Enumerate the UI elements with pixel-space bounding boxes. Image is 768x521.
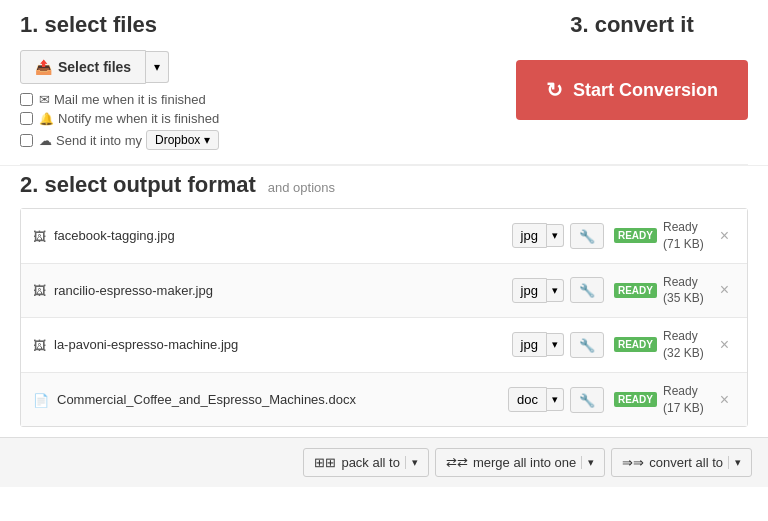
ready-info-2: Ready (32 KB): [663, 328, 704, 362]
mail-checkbox[interactable]: [20, 93, 33, 106]
dropbox-select-button[interactable]: Dropbox ▾: [146, 130, 219, 150]
wrench-icon: [579, 228, 595, 244]
merge-all-button[interactable]: ⇄ merge all into one ▾: [435, 448, 605, 477]
wrench-button-3[interactable]: [570, 387, 604, 413]
bottom-action-bar: ⊞ pack all to ▾ ⇄ merge all into one ▾ ⇒…: [0, 437, 768, 487]
format-dropdown-1[interactable]: ▾: [547, 279, 564, 302]
format-dropdown-2[interactable]: ▾: [547, 333, 564, 356]
wrench-icon: [579, 392, 595, 408]
remove-file-0[interactable]: ×: [714, 225, 735, 247]
convert-all-button[interactable]: ⇒ convert all to ▾: [611, 448, 752, 477]
send-label[interactable]: Send it into my: [56, 133, 142, 148]
chevron-down-icon: ▾: [154, 60, 160, 74]
files-list: facebook-tagging.jpg jpg ▾ READY Ready (…: [20, 208, 748, 427]
format-button-0[interactable]: jpg: [512, 223, 547, 248]
start-conversion-button[interactable]: Start Conversion: [516, 60, 748, 120]
pack-label: pack all to: [341, 455, 400, 470]
ready-status-1: READY: [614, 283, 657, 298]
send-dropbox-row: Send it into my Dropbox ▾: [20, 130, 219, 150]
convert-arrow-icon[interactable]: ▾: [728, 456, 741, 469]
mail-notification-row: Mail me when it is finished: [20, 92, 219, 107]
mail-icon: [39, 92, 50, 107]
file-name: rancilio-espresso-maker.jpg: [54, 283, 512, 298]
image-icon: [33, 336, 46, 354]
format-button-3[interactable]: doc: [508, 387, 547, 412]
ready-status-3: READY: [614, 392, 657, 407]
format-select-3: doc ▾: [508, 387, 564, 412]
ready-info-3: Ready (17 KB): [663, 383, 704, 417]
file-name: la-pavoni-espresso-machine.jpg: [54, 337, 512, 352]
format-select-2: jpg ▾: [512, 332, 564, 357]
mail-label[interactable]: Mail me when it is finished: [54, 92, 206, 107]
format-dropdown-3[interactable]: ▾: [547, 388, 564, 411]
table-row: rancilio-espresso-maker.jpg jpg ▾ READY …: [21, 264, 747, 319]
ready-status-2: READY: [614, 337, 657, 352]
ready-badge-1: READY Ready (35 KB): [614, 274, 704, 308]
ready-badge-3: READY Ready (17 KB): [614, 383, 704, 417]
image-icon: [33, 281, 46, 299]
remove-file-2[interactable]: ×: [714, 334, 735, 356]
table-row: facebook-tagging.jpg jpg ▾ READY Ready (…: [21, 209, 747, 264]
file-name: facebook-tagging.jpg: [54, 228, 512, 243]
ready-info-0: Ready (71 KB): [663, 219, 704, 253]
format-dropdown-0[interactable]: ▾: [547, 224, 564, 247]
table-row: Commercial_Coffee_and_Espresso_Machines.…: [21, 373, 747, 427]
select-files-label: Select files: [58, 59, 131, 75]
pack-all-button[interactable]: ⊞ pack all to ▾: [303, 448, 429, 477]
and-options-text: and options: [268, 180, 335, 195]
ready-info-1: Ready (35 KB): [663, 274, 704, 308]
select-files-button[interactable]: 📤 Select files: [20, 50, 146, 84]
file-name: Commercial_Coffee_and_Espresso_Machines.…: [57, 392, 508, 407]
wrench-icon: [579, 282, 595, 298]
ready-status-0: READY: [614, 228, 657, 243]
dropbox-label: Dropbox: [155, 133, 200, 147]
step2-heading: 2. select output format: [20, 172, 256, 197]
convert-icon: ⇒: [622, 455, 644, 470]
merge-label: merge all into one: [473, 455, 576, 470]
notify-notification-row: Notify me when it is finished: [20, 111, 219, 126]
dropbox-arrow-icon: ▾: [204, 133, 210, 147]
upload-icon: 📤: [35, 59, 52, 75]
pack-arrow-icon[interactable]: ▾: [405, 456, 418, 469]
table-row: la-pavoni-espresso-machine.jpg jpg ▾ REA…: [21, 318, 747, 373]
format-select-1: jpg ▾: [512, 278, 564, 303]
format-button-1[interactable]: jpg: [512, 278, 547, 303]
image-icon: [33, 227, 46, 245]
remove-file-1[interactable]: ×: [714, 279, 735, 301]
refresh-icon: [546, 78, 563, 102]
bell-icon: [39, 111, 54, 126]
step1-heading: 1. select files: [20, 12, 219, 38]
step3-heading: 3. convert it: [570, 12, 693, 38]
cloud-icon: [39, 133, 52, 148]
wrench-button-1[interactable]: [570, 277, 604, 303]
ready-badge-2: READY Ready (32 KB): [614, 328, 704, 362]
merge-icon: ⇄: [446, 455, 468, 470]
merge-arrow-icon[interactable]: ▾: [581, 456, 594, 469]
notify-checkbox[interactable]: [20, 112, 33, 125]
select-files-dropdown-button[interactable]: ▾: [146, 51, 169, 83]
format-select-0: jpg ▾: [512, 223, 564, 248]
doc-icon: [33, 391, 49, 409]
pack-icon: ⊞: [314, 455, 336, 470]
send-checkbox[interactable]: [20, 134, 33, 147]
remove-file-3[interactable]: ×: [714, 389, 735, 411]
notify-label[interactable]: Notify me when it is finished: [58, 111, 219, 126]
ready-badge-0: READY Ready (71 KB): [614, 219, 704, 253]
wrench-icon: [579, 337, 595, 353]
wrench-button-0[interactable]: [570, 223, 604, 249]
wrench-button-2[interactable]: [570, 332, 604, 358]
start-conversion-label: Start Conversion: [573, 80, 718, 101]
convert-label: convert all to: [649, 455, 723, 470]
format-button-2[interactable]: jpg: [512, 332, 547, 357]
